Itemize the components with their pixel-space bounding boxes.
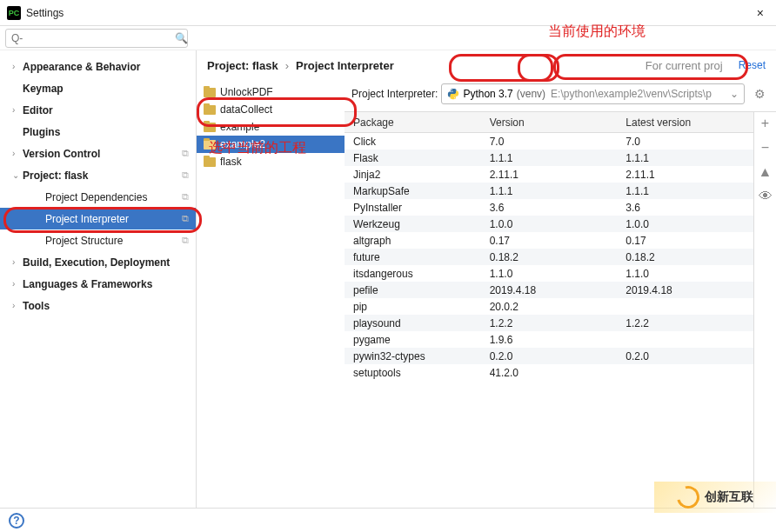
chevron-icon: ›: [12, 257, 23, 267]
cell-package: pefile: [345, 284, 481, 296]
packages-table: Package Version Latest version Click7.07…: [345, 112, 753, 508]
breadcrumb-project: Project: flask: [207, 59, 278, 72]
cell-package: Jinja2: [345, 169, 481, 181]
nav-item-build-execution-deployment[interactable]: ›Build, Execution, Deployment: [0, 251, 196, 273]
table-row[interactable]: Flask1.1.11.1.1: [345, 150, 753, 166]
table-row[interactable]: itsdangerous1.1.01.1.0: [345, 265, 753, 282]
nav-item-keymap[interactable]: Keymap: [0, 77, 196, 99]
search-input[interactable]: [5, 29, 188, 48]
nav-item-project-flask[interactable]: ⌄Project: flask⧉: [0, 164, 196, 186]
nav-item-appearance-behavior[interactable]: ›Appearance & Behavior: [0, 56, 196, 77]
scope-icon: ⧉: [182, 191, 189, 203]
interpreter-select[interactable]: Python 3.7 (venv) E:\python\example2\ven…: [441, 83, 745, 104]
chevron-icon: ›: [12, 105, 23, 115]
cell-latest: 1.1.1: [617, 185, 753, 197]
table-row[interactable]: pefile2019.4.182019.4.18: [345, 282, 753, 298]
table-row[interactable]: MarkupSafe1.1.11.1.1: [345, 183, 753, 199]
cell-package: pip: [345, 301, 481, 313]
cell-latest: 3.6: [617, 202, 753, 214]
interpreter-path: E:\python\example2\venv\Scripts\p: [551, 88, 712, 100]
cell-version: 7.0: [481, 136, 618, 148]
nav-item-project-dependencies[interactable]: Project Dependencies⧉: [0, 186, 196, 208]
table-row[interactable]: Click7.07.0: [345, 133, 753, 150]
project-name: example: [220, 121, 259, 133]
breadcrumb-sep: ›: [285, 59, 289, 72]
nav-item-plugins[interactable]: Plugins: [0, 121, 196, 143]
table-row[interactable]: PyInstaller3.63.6: [345, 199, 753, 216]
folder-icon: [204, 157, 216, 167]
nav-item-project-interpreter[interactable]: Project Interpreter⧉: [0, 208, 196, 229]
search-icon: 🔍: [175, 32, 188, 44]
nav-item-languages-frameworks[interactable]: ›Languages & Frameworks: [0, 273, 196, 295]
interpreter-label: Project Interpreter:: [351, 88, 438, 100]
cell-package: Flask: [345, 152, 481, 164]
chevron-down-icon: ⌄: [730, 88, 739, 100]
cell-version: 0.18.2: [481, 251, 618, 263]
nav-item-version-control[interactable]: ›Version Control⧉: [0, 143, 196, 164]
scope-icon: ⧉: [182, 213, 189, 224]
help-icon[interactable]: ?: [9, 513, 24, 529]
interpreter-row: Project Interpreter: Python 3.7 (venv) E…: [345, 83, 776, 111]
folder-icon: [204, 105, 216, 115]
project-item-unlockpdf[interactable]: UnlockPDF: [197, 83, 345, 101]
interpreter-venv: (venv): [517, 88, 545, 100]
settings-nav: ›Appearance & BehaviorKeymap›EditorPlugi…: [0, 50, 197, 508]
table-row[interactable]: future0.18.20.18.2: [345, 249, 753, 265]
project-item-datacollect[interactable]: dataCollect: [197, 101, 345, 118]
table-row[interactable]: Jinja22.11.12.11.1: [345, 166, 753, 183]
project-item-example2[interactable]: example2: [197, 136, 345, 153]
cell-latest: 0.17: [617, 235, 753, 247]
searchbar: 🔍: [0, 26, 776, 50]
cell-latest: 1.1.0: [617, 268, 753, 280]
package-tools: + − ▲ 👁: [753, 112, 776, 508]
table-row[interactable]: pygame1.9.6: [345, 331, 753, 348]
cell-package: itsdangerous: [345, 268, 481, 280]
col-latest[interactable]: Latest version: [617, 116, 753, 129]
breadcrumb-current: Project Interpreter: [296, 59, 394, 72]
cell-version: 1.1.0: [481, 268, 618, 280]
chevron-icon: ›: [12, 301, 23, 310]
table-row[interactable]: pywin32-ctypes0.2.00.2.0: [345, 348, 753, 364]
col-version[interactable]: Version: [481, 116, 618, 129]
col-package[interactable]: Package: [345, 116, 481, 129]
remove-package-icon[interactable]: −: [761, 140, 769, 157]
upgrade-package-icon[interactable]: ▲: [759, 164, 773, 182]
nav-label: Keymap: [23, 83, 196, 95]
close-icon[interactable]: ×: [752, 6, 769, 20]
cell-latest: 1.2.2: [617, 317, 753, 329]
table-row[interactable]: playsound1.2.21.2.2: [345, 315, 753, 331]
nav-item-tools[interactable]: ›Tools: [0, 295, 196, 316]
folder-icon: [204, 123, 216, 132]
cell-version: 0.2.0: [481, 350, 618, 362]
nav-label: Plugins: [23, 126, 196, 138]
cell-version: 1.1.1: [481, 185, 618, 197]
project-name: dataCollect: [220, 103, 272, 116]
add-package-icon[interactable]: +: [761, 116, 769, 133]
nav-label: Project: flask: [23, 170, 182, 182]
nav-label: Version Control: [23, 148, 182, 160]
nav-label: Appearance & Behavior: [23, 61, 196, 73]
footer: ?: [0, 508, 776, 532]
cell-latest: 2.11.1: [617, 169, 753, 181]
breadcrumb-hint: For current proj: [646, 59, 723, 72]
cell-latest: 7.0: [617, 136, 753, 148]
table-row[interactable]: altgraph0.170.17: [345, 232, 753, 249]
project-item-example[interactable]: example: [197, 118, 345, 136]
project-item-flask[interactable]: flask: [197, 153, 345, 170]
table-row[interactable]: Werkzeug1.0.01.0.0: [345, 216, 753, 232]
nav-label: Languages & Frameworks: [23, 278, 196, 290]
nav-label: Project Interpreter: [45, 213, 182, 225]
window-title: Settings: [26, 7, 752, 19]
nav-item-project-structure[interactable]: Project Structure⧉: [0, 229, 196, 251]
cell-version: 1.2.2: [481, 317, 618, 329]
table-row[interactable]: pip20.0.2: [345, 298, 753, 315]
reset-link[interactable]: Reset: [739, 59, 766, 71]
nav-label: Editor: [23, 104, 196, 116]
cell-package: pywin32-ctypes: [345, 350, 481, 362]
table-row[interactable]: setuptools41.2.0: [345, 364, 753, 381]
show-early-icon[interactable]: 👁: [759, 189, 773, 206]
nav-label: Project Structure: [45, 235, 182, 247]
gear-icon[interactable]: ⚙: [750, 84, 769, 103]
project-name: example2: [220, 138, 265, 150]
nav-item-editor[interactable]: ›Editor: [0, 99, 196, 121]
